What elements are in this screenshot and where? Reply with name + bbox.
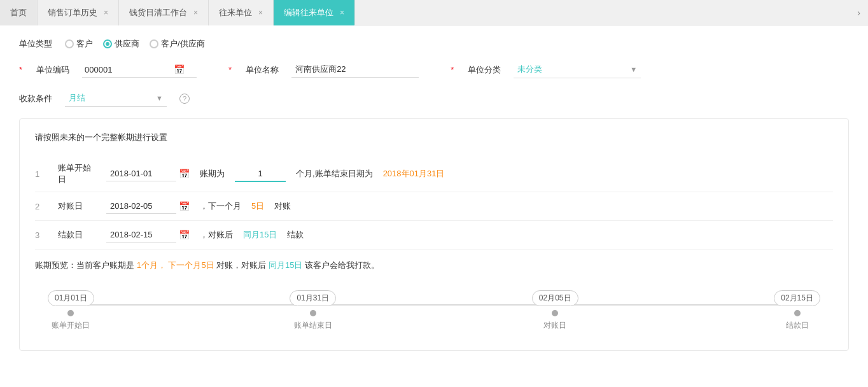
unit-type-row: 单位类型 客户 供应商 客户/供应商 xyxy=(19,38,849,50)
preview-label: 账期预览：当前客户账期是 xyxy=(35,260,134,270)
row-2-desc-suffix: 对账 xyxy=(274,201,291,212)
row-2-highlight: 5日 xyxy=(251,201,264,212)
payment-terms-help-icon[interactable]: ? xyxy=(179,94,190,104)
payment-terms-select[interactable]: 月结 ▼ xyxy=(65,90,167,107)
tl-badge-2: 01月31日 xyxy=(290,290,336,306)
tab-partners[interactable]: 往来单位 × xyxy=(209,0,274,25)
unit-name-label: 单位名称 xyxy=(246,64,279,76)
row-1-calendar-icon[interactable]: 📅 xyxy=(179,169,190,179)
timeline-node-2: 01月31日 账单结束日 xyxy=(290,290,336,331)
unit-category-star: * xyxy=(451,65,454,74)
row-3-num: 3 xyxy=(35,230,48,240)
tab-edit-partner[interactable]: 编辑往来单位 × xyxy=(274,0,355,25)
tab-cashier-close[interactable]: × xyxy=(193,8,198,17)
payment-terms-row: 收款条件 月结 ▼ ? xyxy=(19,90,849,107)
radio-customer-circle xyxy=(65,39,74,48)
unit-category-select[interactable]: 未分类 ▼ xyxy=(514,61,641,78)
radio-supplier-circle xyxy=(103,39,112,48)
unit-category-label: 单位分类 xyxy=(468,64,501,76)
row-3-date-input[interactable] xyxy=(106,227,176,243)
tl-label-3: 对账日 xyxy=(543,320,566,331)
tab-home[interactable]: 首页 xyxy=(0,0,38,25)
payment-terms-arrow-icon: ▼ xyxy=(156,94,163,102)
row-1-desc-prefix: 账期为 xyxy=(200,168,225,179)
row-3-type: 结款日 xyxy=(58,229,96,241)
tab-edit-partner-close[interactable]: × xyxy=(340,8,344,17)
tl-badge-1: 01月01日 xyxy=(48,290,94,306)
row-3-desc-suffix: 结款 xyxy=(287,229,304,241)
radio-group-unit-type: 客户 供应商 客户/供应商 xyxy=(65,38,205,50)
tab-sales-history-label: 销售订单历史 xyxy=(48,7,97,18)
row-2-desc-prefix: ，下一个月 xyxy=(200,201,241,212)
preview-text: 账期预览：当前客户账期是 1个月， 下一个月5日 对账，对账后 同月15日 该客… xyxy=(35,250,833,284)
tab-cashier-label: 钱货日清工作台 xyxy=(129,7,187,18)
card-hint: 请按照未来的一个完整帐期进行设置 xyxy=(35,132,833,143)
card-section: 请按照未来的一个完整帐期进行设置 1 账单开始日 📅 账期为 个月,账单结束日期… xyxy=(19,118,849,351)
unit-type-label: 单位类型 xyxy=(19,38,52,50)
tab-partners-close[interactable]: × xyxy=(258,8,263,17)
setting-row-2: 2 对账日 📅 ，下一个月5日 对账 xyxy=(35,192,833,221)
preview-part1: 1个月， xyxy=(137,260,166,270)
unit-code-label: 单位编码 xyxy=(36,64,69,76)
row-1-date-wrap: 📅 xyxy=(106,166,190,181)
timeline-wrap: 01月01日 账单开始日 01月31日 账单结束日 02月05日 对账 xyxy=(35,284,833,337)
tl-dot-2 xyxy=(310,310,316,316)
row-3-highlight: 同月15日 xyxy=(243,229,277,241)
row-1-num: 1 xyxy=(35,169,48,179)
setting-row-1: 1 账单开始日 📅 账期为 个月,账单结束日期为 2018年01月31日 xyxy=(35,156,833,192)
row-2-date-wrap: 📅 xyxy=(106,199,190,214)
tab-partners-label: 往来单位 xyxy=(219,7,252,18)
setting-row-3: 3 结款日 📅 ，对账后 同月15日 结款 xyxy=(35,221,833,250)
timeline-node-3: 02月05日 对账日 xyxy=(532,290,578,331)
radio-customer-label: 客户 xyxy=(76,38,93,50)
payment-terms-label: 收款条件 xyxy=(19,93,52,104)
radio-customer-supplier-label: 客户/供应商 xyxy=(161,38,205,50)
tl-dot-3 xyxy=(552,310,558,316)
row-2-type: 对账日 xyxy=(58,201,96,212)
unit-code-field-wrap: 📅 xyxy=(82,62,197,78)
timeline-node-4: 02月15日 结款日 xyxy=(774,290,820,331)
row-1-type: 账单开始日 xyxy=(58,162,96,185)
unit-code-calendar-icon[interactable]: 📅 xyxy=(171,64,187,74)
unit-category-arrow-icon: ▼ xyxy=(630,66,637,73)
tab-sales-history[interactable]: 销售订单历史 × xyxy=(38,0,119,25)
tl-dot-1 xyxy=(67,310,74,316)
tab-sales-history-close[interactable]: × xyxy=(104,8,108,17)
unit-code-input[interactable] xyxy=(82,62,171,77)
radio-supplier[interactable]: 供应商 xyxy=(103,38,139,50)
row-1-desc-suffix: 个月,账单结束日期为 xyxy=(296,168,373,179)
payment-terms-value: 月结 xyxy=(69,92,152,104)
tl-label-4: 结款日 xyxy=(786,320,809,331)
timeline-nodes: 01月01日 账单开始日 01月31日 账单结束日 02月05日 对账 xyxy=(48,290,820,331)
tl-badge-4: 02月15日 xyxy=(774,290,820,306)
row-3-date-wrap: 📅 xyxy=(106,227,190,243)
row-2-date-input[interactable] xyxy=(106,199,176,214)
tab-edit-partner-label: 编辑往来单位 xyxy=(284,7,333,18)
unit-name-star: * xyxy=(228,65,232,74)
tl-label-1: 账单开始日 xyxy=(52,320,90,331)
unit-name-input[interactable] xyxy=(291,62,419,78)
period-input[interactable] xyxy=(235,166,286,182)
timeline-node-1: 01月01日 账单开始日 xyxy=(48,290,94,331)
tabs-bar: 首页 销售订单历史 × 钱货日清工作台 × 往来单位 × 编辑往来单位 × › xyxy=(0,0,868,25)
radio-customer-supplier[interactable]: 客户/供应商 xyxy=(150,38,205,50)
radio-customer-supplier-circle xyxy=(150,39,158,48)
unit-info-row: * 单位编码 📅 * 单位名称 * 单位分类 未分类 ▼ xyxy=(19,61,849,78)
preview-part2: 下一个月5日 xyxy=(168,260,214,270)
tl-dot-4 xyxy=(794,310,801,316)
row-3-calendar-icon[interactable]: 📅 xyxy=(179,230,190,240)
tab-cashier[interactable]: 钱货日清工作台 × xyxy=(119,0,209,25)
unit-category-value: 未分类 xyxy=(517,64,626,75)
preview-part5: 该客户会给我打款。 xyxy=(305,260,379,270)
tab-home-label: 首页 xyxy=(10,7,27,18)
tab-arrow[interactable]: › xyxy=(850,0,868,25)
row-1-end-date: 2018年01月31日 xyxy=(383,168,445,179)
row-3-desc-prefix: ，对账后 xyxy=(200,229,233,241)
row-1-date-input[interactable] xyxy=(106,166,176,181)
row-2-calendar-icon[interactable]: 📅 xyxy=(179,201,190,211)
radio-customer[interactable]: 客户 xyxy=(65,38,93,50)
radio-supplier-label: 供应商 xyxy=(115,38,139,50)
main-content: 单位类型 客户 供应商 客户/供应商 * 单位编码 📅 * 单位名称 * xyxy=(0,25,868,387)
tl-badge-3: 02月05日 xyxy=(532,290,578,306)
preview-part4: 同月15日 xyxy=(269,260,302,270)
